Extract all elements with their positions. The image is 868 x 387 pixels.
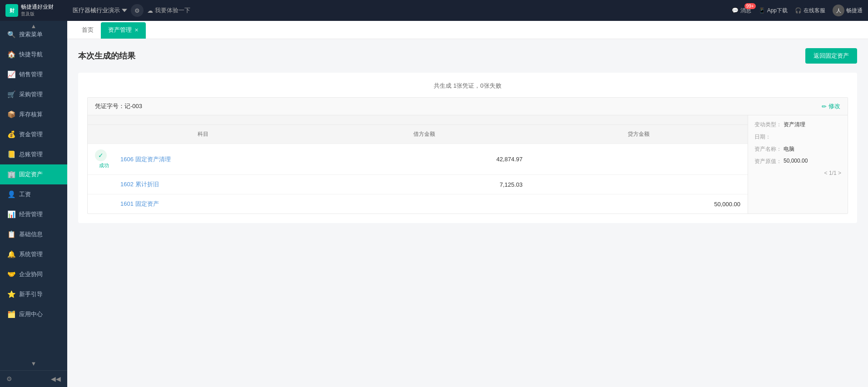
logo-icon: 财 <box>5 4 18 17</box>
app-name: 畅捷通好业财 <box>21 4 54 11</box>
credit-2 <box>530 175 748 194</box>
message-button[interactable]: 💬 消息 99+ <box>732 7 751 15</box>
tab-home[interactable]: 首页 <box>74 22 101 39</box>
table-cell-subject-2: 1602 累计折旧 <box>88 175 319 194</box>
debit-2: 7,125.03 <box>319 175 530 194</box>
ledger-icon: 📒 <box>7 150 15 159</box>
basic-info-icon: 📋 <box>7 230 15 238</box>
message-icon: 💬 <box>732 7 739 14</box>
sidebar-label-inventory: 库存核算 <box>19 110 43 119</box>
side-info-asset-name: 资产名称： 电脑 <box>754 145 841 153</box>
sidebar-label-payroll: 工资 <box>19 190 31 198</box>
message-badge: 99+ <box>744 3 756 9</box>
table-row: 1601 固定资产 50,000.00 <box>88 194 748 214</box>
side-info-original-value: 资产原值： 50,000.00 <box>754 158 841 165</box>
success-label: 成功 <box>95 162 113 169</box>
sidebar-item-enterprise[interactable]: 🤝 企业协同 <box>0 264 67 284</box>
subject-code-2[interactable]: 1602 累计折旧 <box>120 180 159 189</box>
table-header-row: 科目 借方金额 贷方金额 <box>88 125 748 144</box>
pagination[interactable]: < 1/1 > <box>754 170 841 176</box>
sidebar-bottom: ⚙ ◀◀ <box>0 370 67 387</box>
sidebar-item-fixed-assets[interactable]: 🏢 固定资产 <box>0 164 67 184</box>
top-header: 财 畅捷通好业财 普及版 医疗器械行业演示 ⚙ ☁ 我要体验一下 💬 消息 99… <box>0 0 868 21</box>
tab-bar: 首页 资产管理 ✕ <box>67 21 868 39</box>
sidebar-label-sales: 销售管理 <box>19 70 43 79</box>
header-debit: 借方金额 <box>319 125 530 144</box>
sidebar-label-basic-info: 基础信息 <box>19 230 43 238</box>
sidebar-item-basic-info[interactable]: 📋 基础信息 <box>0 224 67 244</box>
edit-label: 修改 <box>828 102 840 110</box>
app-version: 普及版 <box>21 11 54 17</box>
sidebar-label-purchase: 采购管理 <box>19 90 43 99</box>
sidebar: ▲ 🔍 搜索菜单 🏠 快捷导航 📈 销售管理 🛒 采购管理 📦 库存核算 💰 资… <box>0 21 67 387</box>
sidebar-label-app-center: 应用中心 <box>19 310 43 318</box>
subject-code-3[interactable]: 1601 固定资产 <box>120 200 159 208</box>
voucher-edit-button[interactable]: ✏ 修改 <box>822 102 840 110</box>
page-indicator: 1/1 <box>829 170 838 176</box>
side-info-date: 日期： <box>754 133 841 141</box>
scroll-down-button[interactable]: ▼ <box>0 358 67 369</box>
sidebar-item-purchase[interactable]: 🛒 采购管理 <box>0 84 67 104</box>
sidebar-label-system: 系统管理 <box>19 250 43 258</box>
scroll-up-button[interactable]: ▲ <box>0 21 67 31</box>
col-subject <box>88 115 319 125</box>
original-value-value: 50,000.00 <box>784 158 808 164</box>
success-icon: ✓ <box>95 149 107 161</box>
sidebar-item-payroll[interactable]: 👤 工资 <box>0 184 67 204</box>
settings-icon[interactable]: ⚙ <box>131 4 144 17</box>
sidebar-item-inventory[interactable]: 📦 库存核算 <box>0 104 67 124</box>
company-name: 医疗器械行业演示 <box>73 6 120 15</box>
back-to-fixed-assets-button[interactable]: 返回固定资产 <box>805 48 857 64</box>
search-icon: 🔍 <box>7 30 15 39</box>
sidebar-label-search: 搜索菜单 <box>19 30 43 39</box>
sidebar-item-app-center[interactable]: 🗂️ 应用中心 <box>0 304 67 324</box>
global-settings-icon[interactable]: ⚙ <box>6 375 12 382</box>
enterprise-icon: 🤝 <box>7 270 15 278</box>
original-value-label: 资产原值： <box>754 158 782 165</box>
sidebar-item-finance[interactable]: 💰 资金管理 <box>0 124 67 144</box>
try-label: 我要体验一下 <box>155 6 190 15</box>
sidebar-label-operations: 经营管理 <box>19 210 43 218</box>
chevron-down-icon <box>122 8 127 13</box>
collapse-sidebar-button[interactable]: ◀◀ <box>51 375 61 382</box>
try-feature[interactable]: ☁ 我要体验一下 <box>147 6 190 15</box>
next-page-button[interactable]: > <box>838 170 841 176</box>
sidebar-item-quick-nav[interactable]: 🏠 快捷导航 <box>0 45 67 64</box>
header-right: 💬 消息 99+ 📱 App下载 🎧 在线客服 人 畅捷通 <box>732 5 863 16</box>
page-title-row: 本次生成的结果 返回固定资产 <box>78 48 857 64</box>
app-download-button[interactable]: 📱 App下载 <box>759 7 788 15</box>
voucher-block: 凭证字号：记-003 ✏ 修改 <box>87 97 848 214</box>
sidebar-label-finance: 资金管理 <box>19 130 43 139</box>
tab-home-label: 首页 <box>82 26 94 34</box>
user-info[interactable]: 人 畅捷通 <box>833 5 863 16</box>
page-content: 本次生成的结果 返回固定资产 共生成 1张凭证，0张失败 凭证字号：记-003 … <box>67 39 868 387</box>
sidebar-item-operations[interactable]: 📊 经营管理 <box>0 204 67 224</box>
sidebar-item-guide[interactable]: ⭐ 新手引导 <box>0 284 67 304</box>
tab-asset-mgmt[interactable]: 资产管理 ✕ <box>101 22 146 39</box>
prev-page-button[interactable]: < <box>824 170 828 176</box>
tab-close-button[interactable]: ✕ <box>134 27 139 33</box>
service-icon: 🎧 <box>795 7 802 14</box>
sidebar-item-system[interactable]: 🔔 系统管理 <box>0 244 67 264</box>
voucher-side-info: 变动类型： 资产清理 日期： 资产名称： 电脑 <box>748 115 848 213</box>
company-selector[interactable]: 医疗器械行业演示 <box>73 6 127 15</box>
avatar: 人 <box>833 5 844 16</box>
nav-bar: 医疗器械行业演示 ⚙ ☁ 我要体验一下 <box>73 4 732 17</box>
sidebar-label-enterprise: 企业协同 <box>19 270 43 278</box>
credit-3: 50,000.00 <box>530 194 748 214</box>
finance-icon: 💰 <box>7 130 15 139</box>
tab-asset-mgmt-label: 资产管理 <box>108 26 132 34</box>
asset-name-label: 资产名称： <box>754 145 782 153</box>
payroll-icon: 👤 <box>7 190 15 198</box>
app-center-icon: 🗂️ <box>7 310 15 318</box>
online-service-button[interactable]: 🎧 在线客服 <box>795 7 825 15</box>
subject-code-1[interactable]: 1606 固定资产清理 <box>120 155 171 164</box>
service-label: 在线客服 <box>804 7 825 15</box>
logo-area: 财 畅捷通好业财 普及版 <box>5 4 73 17</box>
voucher-number: 凭证字号：记-003 <box>95 102 142 110</box>
sidebar-label-guide: 新手引导 <box>19 290 43 298</box>
sidebar-item-ledger[interactable]: 📒 总账管理 <box>0 144 67 164</box>
main-layout: ▲ 🔍 搜索菜单 🏠 快捷导航 📈 销售管理 🛒 采购管理 📦 库存核算 💰 资… <box>0 21 868 387</box>
table-row: 1602 累计折旧 7,125.03 <box>88 175 748 194</box>
sidebar-item-sales[interactable]: 📈 销售管理 <box>0 64 67 84</box>
